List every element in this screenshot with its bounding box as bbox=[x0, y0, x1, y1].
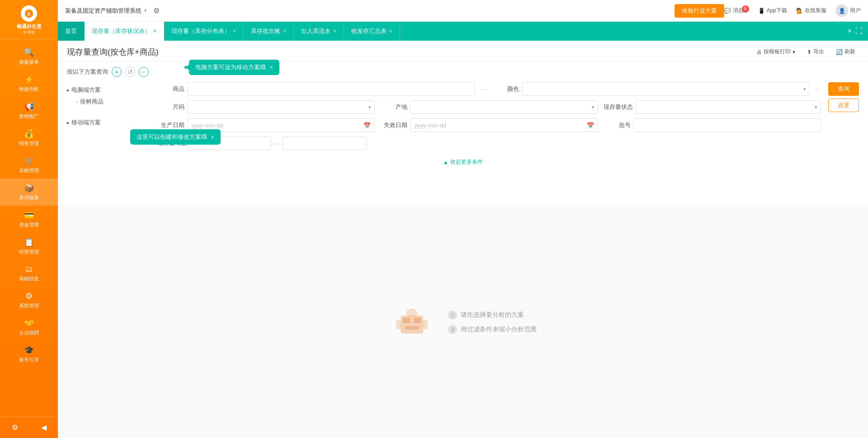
back-btn[interactable]: ← bbox=[139, 67, 149, 77]
collapse-filter-btn[interactable]: ▲ 收起更多条件 bbox=[67, 155, 859, 168]
tab-label: 出入库流水 bbox=[301, 27, 330, 35]
tab-inout-flow[interactable]: 出入库流水 × bbox=[294, 22, 344, 41]
desktop-scheme-label: 电脑端方案 bbox=[71, 86, 101, 94]
tooltip-create-scheme: 这里可以创建和修改方案哦 × bbox=[130, 129, 221, 145]
quick-nav-icon: ⚡ bbox=[24, 75, 34, 85]
tooltip-close-icon[interactable]: × bbox=[269, 64, 273, 71]
sidebar-item-operations[interactable]: 📋 经营管理 bbox=[0, 233, 58, 260]
scheme-item-tree-product[interactable]: • 按树商品 bbox=[67, 96, 150, 108]
logo-area: 6 畅通好生意 标准版 bbox=[0, 0, 58, 39]
marketing-icon: 📢 bbox=[24, 102, 34, 112]
product-dots-icon[interactable]: ··· bbox=[480, 85, 486, 94]
refresh-btn[interactable]: 🔄 刷新 bbox=[832, 46, 859, 57]
stock-qty-max-input[interactable] bbox=[283, 137, 367, 150]
product-label: 商品 bbox=[157, 85, 184, 93]
sidebar-collapse-btn[interactable]: ◀ bbox=[39, 421, 48, 433]
sidebar-item-finance[interactable]: 💳 资金管理 bbox=[0, 206, 58, 233]
svg-rect-6 bbox=[396, 320, 401, 329]
svg-point-12 bbox=[413, 312, 415, 313]
tab-close-icon[interactable]: × bbox=[233, 28, 236, 34]
app-download-btn[interactable]: 📱 App下载 bbox=[758, 7, 787, 14]
tab-label: 库存批次账 bbox=[251, 27, 280, 35]
filter-label: 按以下方案查询 bbox=[67, 68, 108, 76]
stock-status-select[interactable] bbox=[636, 100, 821, 114]
tab-inventory-dist[interactable]: 现存量（库存分布表） × bbox=[164, 22, 244, 41]
sidebar-item-label: 营销推广 bbox=[19, 113, 39, 120]
add-scheme-btn[interactable]: + bbox=[112, 67, 122, 77]
sidebar-item-enterprise[interactable]: 🤝 企业协同 bbox=[0, 314, 58, 341]
tab-close-icon[interactable]: × bbox=[283, 28, 286, 34]
sidebar-item-label: 搜索菜单 bbox=[19, 59, 39, 66]
size-select[interactable] bbox=[187, 100, 375, 114]
base-info-icon: 🗂 bbox=[25, 264, 33, 274]
svg-rect-4 bbox=[414, 318, 421, 323]
page-header: 现存量查询(按仓库+商品) 🖨 按模板打印 ▾ ⬆ 导出 🔄 刷新 bbox=[58, 41, 868, 61]
home-tab-label: 首页 bbox=[65, 27, 77, 35]
tab-expand-btn[interactable]: ⛶ bbox=[855, 27, 863, 35]
empty-text-area: 1 请先选择要分析的方案 2 用过滤条件来缩小分析范围 bbox=[448, 311, 537, 334]
search-btn[interactable]: 查询 bbox=[828, 82, 859, 96]
tab-inventory-status[interactable]: 现存量（库存状况表） × bbox=[85, 22, 164, 41]
color-select[interactable] bbox=[522, 82, 810, 96]
reset-form-btn[interactable]: 设置 bbox=[828, 99, 859, 112]
user-area[interactable]: 👤 用户 bbox=[835, 5, 861, 17]
color-label: 颜色 bbox=[492, 85, 519, 93]
sidebar-settings-btn[interactable]: ⚙ bbox=[10, 421, 20, 433]
expire-date-calendar-icon[interactable]: 📅 bbox=[587, 122, 594, 129]
top-header: 装备及固定资产辅助管理系统 ▾ ⚙ 体验行业方案 💬 消息 6 📱 App下载 … bbox=[58, 0, 868, 22]
sidebar-item-search[interactable]: 🔍 搜索菜单 bbox=[0, 43, 58, 70]
product-input[interactable] bbox=[187, 82, 475, 96]
mobile-scheme-group[interactable]: ▸ 移动端方案 bbox=[67, 117, 150, 128]
sidebar-item-marketing[interactable]: 📢 营销推广 bbox=[0, 97, 58, 124]
sidebar-item-quick-nav[interactable]: ⚡ 快捷导航 bbox=[0, 70, 58, 97]
collapse-up-icon: ▲ bbox=[443, 159, 448, 165]
logo-text: 畅通好生意 bbox=[17, 24, 42, 29]
sidebar-item-guide[interactable]: 🎓 新手引导 bbox=[0, 341, 58, 368]
export-btn[interactable]: ⬆ 导出 bbox=[803, 46, 828, 57]
print-btn[interactable]: 🖨 按模板打印 ▾ bbox=[753, 46, 799, 57]
system-icon: ⚙ bbox=[25, 291, 33, 301]
prod-date-placeholder: yyyy-mm-dd bbox=[191, 122, 223, 129]
reset-scheme-btn[interactable]: ↺ bbox=[125, 67, 135, 77]
tab-close-icon[interactable]: × bbox=[389, 28, 392, 34]
sidebar-item-sales[interactable]: 💰 销售管理 bbox=[0, 124, 58, 151]
sidebar-bottom: ⚙ ◀ bbox=[0, 416, 58, 438]
filter-row-1: 商品 ··· 颜色 ▾ ··· bbox=[157, 82, 821, 96]
chevron-down-icon: ▾ bbox=[144, 8, 147, 14]
tab-receive-summary[interactable]: 收发存汇总表 × bbox=[344, 22, 400, 41]
tab-close-icon[interactable]: × bbox=[333, 28, 336, 34]
batch-input[interactable] bbox=[633, 118, 821, 132]
online-support-btn[interactable]: 💁 在线客服 bbox=[796, 7, 826, 14]
step-2-circle: 2 bbox=[448, 325, 457, 334]
tab-batch-ledger[interactable]: 库存批次账 × bbox=[244, 22, 294, 41]
filter-field-batch: 批号 bbox=[604, 118, 821, 132]
export-icon: ⬆ bbox=[807, 49, 811, 55]
expire-date-input[interactable]: yyyy-mm-dd 📅 bbox=[410, 118, 598, 132]
system-title-text: 装备及固定资产辅助管理系统 bbox=[65, 7, 142, 15]
sidebar-item-label: 资金管理 bbox=[19, 221, 39, 228]
sidebar-item-system[interactable]: ⚙ 系统管理 bbox=[0, 287, 58, 314]
svg-rect-5 bbox=[405, 326, 419, 330]
scheme-dot: • bbox=[76, 99, 78, 105]
main-area: 装备及固定资产辅助管理系统 ▾ ⚙ 体验行业方案 💬 消息 6 📱 App下载 … bbox=[58, 0, 868, 438]
tab-close-all-btn[interactable]: × bbox=[848, 27, 852, 35]
tab-home[interactable]: 首页 bbox=[58, 22, 85, 41]
content-area: 现存量查询(按仓库+商品) 🖨 按模板打印 ▾ ⬆ 导出 🔄 刷新 bbox=[58, 41, 868, 438]
tab-close-icon[interactable]: × bbox=[153, 28, 156, 34]
sidebar-item-base-info[interactable]: 🗂 基础信息 bbox=[0, 260, 58, 287]
desktop-scheme-group[interactable]: ▸ 电脑端方案 bbox=[67, 84, 150, 96]
sidebar-item-purchase[interactable]: 🛒 采购管理 bbox=[0, 151, 58, 179]
sidebar-item-inventory[interactable]: 📦 库存核算 bbox=[0, 179, 58, 206]
notification-btn[interactable]: 💬 消息 6 bbox=[724, 7, 749, 14]
trial-btn[interactable]: 体验行业方案 bbox=[675, 4, 724, 18]
header-right: 💬 消息 6 📱 App下载 💁 在线客服 👤 用户 bbox=[724, 5, 861, 17]
tooltip2-close-icon[interactable]: × bbox=[211, 133, 214, 141]
collapse-label: 收起更多条件 bbox=[450, 158, 483, 166]
stock-status-label: 现存量状态 bbox=[604, 103, 633, 111]
origin-select[interactable] bbox=[410, 100, 598, 114]
color-dots-icon[interactable]: ··· bbox=[814, 85, 821, 94]
arrow-right-icon: ▸ bbox=[67, 87, 70, 93]
settings-icon[interactable]: ⚙ bbox=[153, 6, 160, 15]
prod-date-label: 生产日期 bbox=[157, 121, 184, 129]
prod-date-calendar-icon[interactable]: 📅 bbox=[363, 122, 371, 129]
